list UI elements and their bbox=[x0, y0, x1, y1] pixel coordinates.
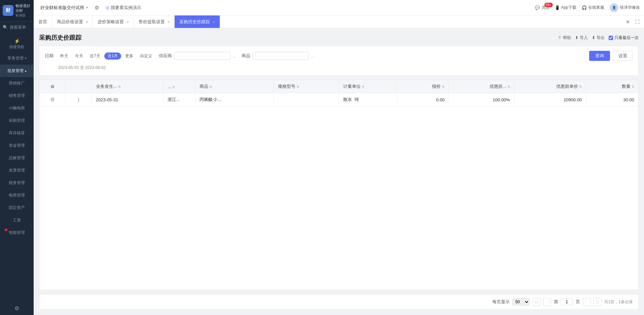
tab-home[interactable]: 首页 bbox=[34, 15, 52, 28]
tab-purchase-strategy-label: 进价策略设置 bbox=[98, 19, 124, 25]
tab-product-price-label: 商品价格设置 bbox=[57, 19, 83, 25]
th-product[interactable]: 商品⇅ bbox=[195, 80, 274, 93]
data-table: ⚙ 业务发生...⇅ ...⇅ 商品⇅ 规格型号⇅ bbox=[39, 80, 638, 106]
th-qty[interactable]: 数量⇅ bbox=[586, 80, 638, 93]
pagination-last-btn[interactable]: ⟩⟩ bbox=[594, 298, 602, 306]
supplier-dots[interactable]: ... bbox=[232, 54, 236, 59]
message-button[interactable]: 💬 消息 99+ bbox=[535, 5, 549, 10]
demo-icon: ◎ bbox=[106, 5, 109, 10]
product-input[interactable] bbox=[252, 52, 309, 60]
sidebar-item-finance[interactable]: 资金管理 bbox=[0, 139, 34, 152]
supplier-filter-group: 供应商 ... bbox=[159, 52, 236, 60]
edition-selector[interactable]: 好业财标准版交付试用 ▾ bbox=[38, 3, 91, 12]
tab-sale-price[interactable]: 售价提取设置 × bbox=[134, 15, 175, 28]
tab-close-button[interactable]: ✕ bbox=[624, 18, 632, 26]
app-icon: 📱 bbox=[555, 5, 560, 10]
user-avatar-icon: 👤 bbox=[612, 6, 616, 9]
topbar-settings-icon[interactable]: ⚙ bbox=[93, 3, 100, 12]
sidebar-item-salary[interactable]: 工资 bbox=[0, 214, 34, 226]
th-date[interactable]: 业务发生...⇅ bbox=[92, 80, 164, 93]
online-service-button[interactable]: 🎧 在线客服 bbox=[582, 5, 604, 10]
demo-label: 我要看实例演示 bbox=[111, 5, 141, 11]
th-more[interactable]: ...⇅ bbox=[164, 80, 195, 93]
date-btn-today[interactable]: 今天 bbox=[72, 53, 86, 60]
import-button[interactable]: ⬆ 导入 bbox=[575, 35, 588, 41]
th-gear[interactable]: ⚙ bbox=[39, 80, 66, 93]
page-number-input[interactable] bbox=[561, 299, 573, 305]
settings-icon[interactable]: ⚙ bbox=[14, 305, 19, 312]
headset-icon: 🎧 bbox=[582, 5, 587, 10]
user-menu[interactable]: 👤 徐泽华修改 bbox=[610, 3, 640, 12]
tab-purchase-strategy[interactable]: 进价策略设置 × bbox=[93, 15, 134, 28]
date-btn-more[interactable]: 更多 bbox=[122, 53, 136, 60]
tab-product-price[interactable]: 商品价格设置 × bbox=[52, 15, 93, 28]
topbar: 好业财标准版交付试用 ▾ ⚙ ◎ 我要看实例演示 💬 消息 99+ 📱 App下… bbox=[34, 0, 644, 15]
pagination-prev-btn[interactable]: 〈 bbox=[543, 298, 551, 306]
page-suffix: 页 bbox=[576, 299, 580, 305]
tab-sale-price-close[interactable]: × bbox=[168, 20, 170, 24]
tab-purchase-history[interactable]: 采购历史价跟踪 × bbox=[175, 15, 220, 28]
th-price[interactable]: 优惠前单价⇅ bbox=[514, 80, 586, 93]
filter-bar: 日期 昨天 今天 近7天 近1月 更多 自定义 供应商 ... bbox=[39, 46, 639, 76]
date-btn-custom[interactable]: 自定义 bbox=[137, 53, 155, 60]
date-range-display: 2023-05-02 至 2023-06-02 bbox=[58, 65, 106, 71]
date-btn-last1month[interactable]: 近1月 bbox=[104, 53, 121, 60]
page-header-actions: ？ 帮助 ⬆ 导入 ⬇ 导出 只看最后一次 bbox=[558, 35, 639, 41]
sidebar-item-smart[interactable]: 智能管理 bbox=[0, 226, 34, 239]
sort-icon6: ⇅ bbox=[442, 85, 444, 89]
main-area: 好业财标准版交付试用 ▾ ⚙ ◎ 我要看实例演示 💬 消息 99+ 📱 App下… bbox=[34, 0, 644, 315]
sidebar-item-marketing[interactable]: 营销推广 bbox=[0, 77, 34, 90]
product-dots[interactable]: ... bbox=[311, 54, 315, 59]
th-unit[interactable]: 计量单位⇅ bbox=[339, 80, 397, 93]
td-gear: ⚙ bbox=[39, 93, 66, 106]
app-download-button[interactable]: 📱 App下载 bbox=[555, 5, 576, 10]
supplier-input[interactable] bbox=[174, 52, 230, 60]
sidebar-item-ecommerce[interactable]: 电商管理 bbox=[0, 189, 34, 202]
row-gear-icon: ⚙ bbox=[43, 97, 61, 103]
date-btn-last7[interactable]: 近7天 bbox=[87, 53, 103, 60]
last-only-checkbox-label[interactable]: 只看最后一次 bbox=[609, 35, 639, 41]
help-button[interactable]: ？ 帮助 bbox=[558, 35, 571, 41]
th-num bbox=[66, 80, 92, 93]
pagination-next-btn[interactable]: 〉 bbox=[583, 298, 591, 306]
date-options: 昨天 今天 近7天 近1月 更多 自定义 bbox=[58, 53, 155, 60]
page-title: 采购历史价跟踪 bbox=[39, 34, 81, 42]
th-discount[interactable]: 优惠折...⇅ bbox=[449, 80, 514, 93]
sidebar-search[interactable]: 🔍 搜索菜单 bbox=[0, 21, 34, 34]
per-page-select[interactable]: 20 50 100 bbox=[512, 298, 530, 306]
date-btn-yesterday[interactable]: 昨天 bbox=[58, 53, 71, 60]
sidebar-item-tax[interactable]: 税务管理 bbox=[0, 177, 34, 189]
message-badge: 99+ bbox=[544, 3, 553, 7]
sidebar-item-ecommerce-small[interactable]: 小畅电商 bbox=[0, 102, 34, 114]
sidebar-item-sales[interactable]: 销售管理 bbox=[0, 90, 34, 102]
sidebar-item-retail[interactable]: 零售管理 ▾ bbox=[0, 52, 34, 65]
chevron-up-icon: ▴ bbox=[25, 69, 27, 72]
sidebar-item-inventory[interactable]: 库存核算 bbox=[0, 127, 34, 139]
table-body: ⚙ 1 2023-05-31 浙江... 丙烯酸-2-... 散水 吨 0.00… bbox=[39, 93, 638, 106]
settings-filter-button[interactable]: 设置 bbox=[613, 51, 633, 61]
sidebar-item-ledger[interactable]: 总账管理 bbox=[0, 152, 34, 164]
td-date: 2023-05-31 bbox=[92, 93, 164, 106]
last-only-checkbox[interactable] bbox=[609, 36, 613, 40]
tab-product-price-close[interactable]: × bbox=[86, 20, 88, 24]
th-quote[interactable]: 报价⇅ bbox=[397, 80, 449, 93]
tabbar-actions: ✕ ⛶ bbox=[624, 15, 644, 28]
tab-purchase-strategy-close[interactable]: × bbox=[127, 20, 129, 24]
export-button[interactable]: ⬇ 导出 bbox=[592, 35, 605, 41]
tab-expand-button[interactable]: ⛶ bbox=[633, 18, 641, 26]
sidebar-item-wholesale[interactable]: 批发管理 ▴ bbox=[0, 65, 34, 77]
td-unit: 散水 吨 bbox=[339, 93, 397, 106]
sidebar-item-purchase[interactable]: 采购管理 bbox=[0, 114, 34, 127]
sidebar-item-invoice[interactable]: 发票管理 bbox=[0, 164, 34, 177]
sidebar-item-fixed-assets[interactable]: 固定资产 bbox=[0, 202, 34, 214]
sidebar-item-quick-nav[interactable]: ⚡ 快捷导航 bbox=[0, 36, 34, 52]
tab-purchase-history-close[interactable]: × bbox=[213, 20, 215, 24]
pagination-first-btn[interactable]: ⟨⟨ bbox=[532, 298, 540, 306]
td-supplier: 浙江... bbox=[164, 93, 195, 106]
query-button[interactable]: 查询 bbox=[589, 51, 610, 61]
th-spec[interactable]: 规格型号⇅ bbox=[274, 80, 339, 93]
sort-icon: ⇅ bbox=[118, 85, 121, 89]
page-label: 第 bbox=[554, 299, 558, 305]
td-num: 1 bbox=[66, 93, 92, 106]
demo-button[interactable]: ◎ 我要看实例演示 bbox=[103, 3, 144, 12]
